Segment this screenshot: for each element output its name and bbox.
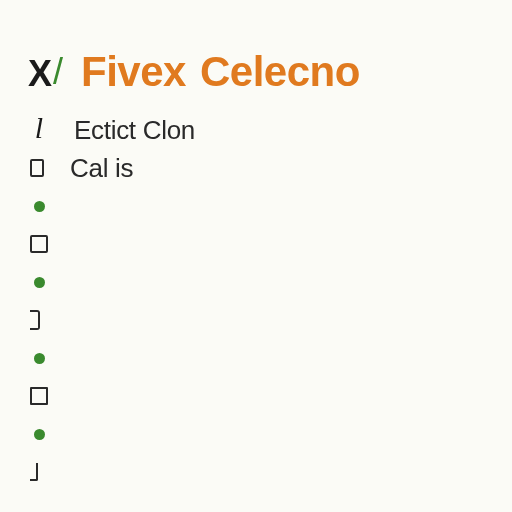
- bullet-icon: [24, 419, 54, 449]
- list-item-label: Ectict Clon: [74, 115, 195, 146]
- header-prefix: X /: [28, 53, 63, 95]
- list-item[interactable]: [24, 416, 195, 452]
- check-icon: l: [24, 115, 54, 145]
- checkbox-icon[interactable]: [30, 235, 48, 253]
- list-item[interactable]: l Ectict Clon: [24, 112, 195, 148]
- list-item[interactable]: [24, 264, 195, 300]
- checklist: l Ectict Clon Cal is: [24, 112, 195, 490]
- header-x-icon: X: [28, 53, 51, 95]
- header: X / Fivex Celecno: [28, 48, 360, 96]
- bullet-icon: [24, 191, 54, 221]
- list-item[interactable]: [24, 454, 195, 490]
- list-item-label: Cal is: [70, 153, 133, 184]
- title-word-b: Celecno: [200, 48, 360, 96]
- partial-box-icon: [24, 457, 54, 487]
- list-item[interactable]: [24, 226, 195, 262]
- list-item[interactable]: [24, 378, 195, 414]
- bullet-icon: [24, 267, 54, 297]
- header-slash-icon: /: [53, 51, 63, 93]
- list-item[interactable]: Cal is: [24, 150, 195, 186]
- checkbox-icon[interactable]: [30, 387, 48, 405]
- list-item[interactable]: [24, 340, 195, 376]
- list-item[interactable]: [24, 188, 195, 224]
- list-item[interactable]: [24, 302, 195, 338]
- half-box-icon: [24, 305, 54, 335]
- title-word-a: Fivex: [81, 48, 186, 96]
- page-title: Fivex Celecno: [81, 48, 360, 96]
- checkbox-icon[interactable]: [30, 159, 44, 177]
- bullet-icon: [24, 343, 54, 373]
